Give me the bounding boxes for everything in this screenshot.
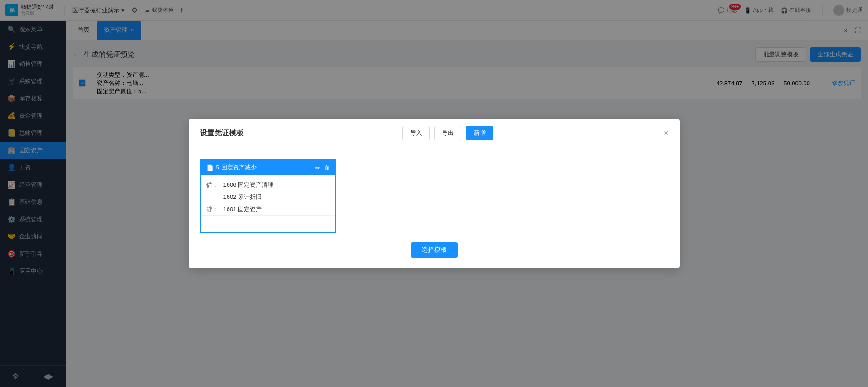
- template-file-icon: 📄: [206, 164, 213, 171]
- dialog-header: 设置凭证模板 导入 导出 新增 ×: [189, 119, 680, 148]
- template-delete-icon[interactable]: 🗑: [324, 164, 330, 171]
- dialog-header-actions: 导入 导出 新增: [402, 126, 493, 140]
- dialog-body: 📄 5-固定资产减少 ✏ 🗑 借： 1606 固定资产清理: [189, 148, 680, 268]
- select-template-btn[interactable]: 选择模板: [411, 242, 458, 258]
- template-row-1-account: 1602 累计折旧: [223, 193, 262, 201]
- dialog-close-btn[interactable]: ×: [664, 129, 669, 138]
- template-edit-icon[interactable]: ✏: [315, 164, 320, 171]
- import-btn[interactable]: 导入: [402, 126, 430, 140]
- template-row-2: 贷： 1601 固定资产: [201, 203, 335, 216]
- dialog: 设置凭证模板 导入 导出 新增 × 📄 5-固定资产减少 ✏ 🗑: [189, 119, 680, 268]
- export-btn[interactable]: 导出: [434, 126, 461, 140]
- dialog-title: 设置凭证模板: [200, 129, 243, 138]
- template-row-0: 借： 1606 固定资产清理: [201, 179, 335, 191]
- template-row-1: 1602 累计折旧: [201, 191, 335, 203]
- template-card-header: 📄 5-固定资产减少 ✏ 🗑: [201, 160, 335, 175]
- template-name: 5-固定资产减少: [216, 164, 257, 172]
- template-row-empty: [201, 216, 335, 228]
- template-row-2-account: 1601 固定资产: [223, 205, 262, 213]
- dialog-overlay: 设置凭证模板 导入 导出 新增 × 📄 5-固定资产减少 ✏ 🗑: [0, 0, 868, 387]
- template-row-0-account: 1606 固定资产清理: [223, 181, 274, 189]
- template-card-body: 借： 1606 固定资产清理 1602 累计折旧 贷：: [201, 175, 335, 232]
- template-row-2-side: 贷：: [206, 205, 220, 213]
- template-card-header-actions: ✏ 🗑: [315, 164, 330, 171]
- template-card: 📄 5-固定资产减少 ✏ 🗑 借： 1606 固定资产清理: [200, 159, 336, 233]
- new-template-btn[interactable]: 新增: [466, 126, 493, 140]
- template-row-0-side: 借：: [206, 181, 220, 189]
- template-card-header-left: 📄 5-固定资产减少: [206, 164, 257, 172]
